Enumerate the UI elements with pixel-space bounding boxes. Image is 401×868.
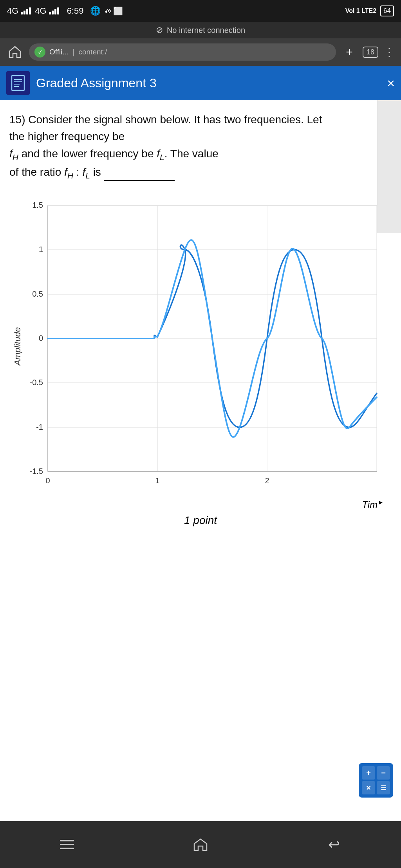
more-menu-button[interactable]: ⋮ (384, 46, 395, 59)
calc-equals-button[interactable]: ☰ (377, 781, 390, 794)
question-text-4: is (93, 166, 104, 178)
globe-icon: 🌐 (90, 6, 101, 16)
signal-bars-1 (21, 7, 31, 14)
fL-ratio-subscript: L (85, 171, 90, 180)
browser-chrome: ✓ Offli... | content:/ + 18 ⋮ (0, 38, 401, 66)
time-label: 6:59 (67, 6, 84, 16)
new-tab-button[interactable]: + (341, 45, 357, 59)
question-text: 15) Consider the signal shown below. It … (9, 111, 354, 182)
url-label: content:/ (78, 48, 107, 56)
home-button[interactable] (181, 833, 220, 856)
y-tick-neg1-5: -1.5 (30, 467, 43, 475)
y-tick-0-5: 0.5 (32, 290, 43, 298)
fH-ratio-symbol: f (64, 166, 67, 178)
hamburger-menu-button[interactable] (47, 833, 87, 856)
close-document-button[interactable]: × (387, 76, 395, 91)
fH-ratio-subscript: H (67, 171, 73, 180)
answer-blank (104, 180, 175, 181)
address-divider: | (72, 48, 74, 57)
question-text-3: . The value (164, 148, 219, 160)
status-right: Vol 1 LTE2 64 (345, 5, 394, 16)
fL-ratio-symbol: f (82, 166, 85, 178)
battery-indicator: 64 (380, 5, 394, 16)
calc-multiply-button[interactable]: × (362, 781, 375, 794)
y-tick-neg0-5: -0.5 (30, 378, 43, 387)
chart-wrap: Amplitude 1.5 1 0.5 0 -0.5 -1 (13, 198, 388, 503)
network1-label: 4G (7, 6, 18, 16)
address-bar[interactable]: ✓ Offli... | content:/ (29, 43, 336, 61)
calc-plus-button[interactable]: + (362, 766, 375, 780)
one-point-label: 1 point (9, 514, 392, 538)
fH-subscript: H (13, 152, 18, 161)
fH-symbol: f (9, 148, 13, 160)
calculator-fab[interactable]: + − × ☰ (359, 763, 393, 798)
calc-minus-button[interactable]: − (377, 766, 390, 780)
no-wifi-icon: ⊘ (156, 25, 163, 35)
document-title: Graded Assignment 3 (36, 76, 387, 90)
y-tick-1-5: 1.5 (32, 201, 43, 209)
nfc-icon: ꩲ (103, 7, 111, 16)
site-label: Offli... (49, 48, 69, 56)
network2-label: 4G (35, 6, 46, 16)
x-tick-0: 0 (45, 476, 50, 485)
hamburger-icon (60, 840, 74, 849)
y-axis-label: Amplitude (13, 327, 22, 366)
chart-container: Amplitude 1.5 1 0.5 0 -0.5 -1 (9, 198, 392, 503)
tabs-count-badge[interactable]: 18 (363, 47, 378, 58)
screenshot-icon: ⬜ (113, 6, 123, 16)
home-icon (193, 837, 208, 852)
signal-bars-2 (49, 7, 59, 14)
browser-home-button[interactable] (6, 43, 23, 61)
secure-icon: ✓ (34, 47, 45, 58)
question-text-2: and the lower frequency be (22, 148, 157, 160)
fL-symbol: f (157, 148, 160, 160)
y-tick-0: 0 (39, 334, 43, 342)
back-arrow-icon: ↩ (328, 836, 340, 853)
y-tick-1: 1 (39, 245, 43, 254)
question-text-1: Consider the signal shown below. It has … (9, 113, 322, 142)
no-internet-bar: ⊘ No internet connection (0, 22, 401, 38)
document-header: Graded Assignment 3 × (0, 66, 401, 100)
svg-rect-0 (12, 76, 24, 90)
no-internet-message: No internet connection (167, 26, 245, 35)
status-bar: 4G 4G 6:59 🌐 ꩲ ⬜ Vol 1 LTE2 64 (0, 0, 401, 22)
point-text: 1 point (184, 514, 217, 526)
y-tick-neg1: -1 (36, 423, 43, 431)
ratio-colon: : (76, 166, 83, 178)
question-text-3b: of the ratio (9, 166, 64, 178)
x-tick-1: 1 (155, 476, 159, 485)
fL-subscript: L (160, 152, 164, 161)
back-button[interactable]: ↩ (314, 833, 354, 856)
question-number: 15) (9, 113, 25, 126)
lte-label: Vol 1 LTE2 (345, 7, 376, 14)
document-icon (6, 71, 30, 95)
bottom-navigation: ↩ (0, 821, 401, 868)
x-tick-2: 2 (265, 476, 269, 485)
question-text-fH-prefix: fH (9, 148, 22, 160)
main-content: 15) Consider the signal shown below. It … (0, 100, 401, 844)
signal-chart: Amplitude 1.5 1 0.5 0 -0.5 -1 (13, 198, 388, 503)
status-left: 4G 4G 6:59 🌐 ꩲ ⬜ (7, 6, 123, 16)
